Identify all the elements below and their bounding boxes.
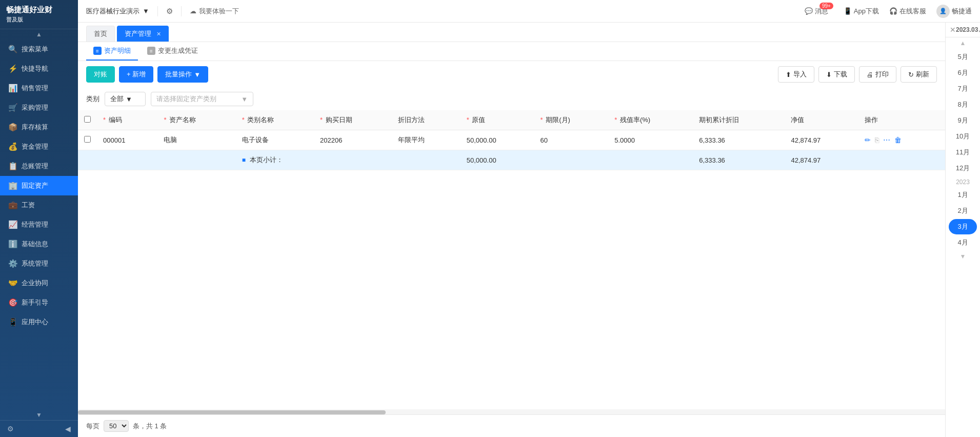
sidebar-item-label: 快捷导航 (22, 64, 48, 73)
cal-year-2023: 2023 (956, 176, 970, 187)
settings-icon[interactable]: ⚙ (7, 425, 14, 433)
category-type-select[interactable]: 请选择固定资产类别 ▼ (151, 92, 253, 106)
batch-label: 批量操作 (165, 70, 192, 79)
collapse-sidebar-icon[interactable]: ◀ (65, 425, 71, 433)
tab-asset-mgmt[interactable]: 资产管理 ✕ (117, 26, 169, 42)
sidebar-item-operations[interactable]: 📈 经营管理 (0, 215, 78, 234)
cal-month-3[interactable]: 3月 (949, 219, 977, 234)
fixed-assets-icon: 🏢 (8, 181, 17, 190)
sidebar-item-label: 库存核算 (22, 123, 48, 132)
reconcile-button[interactable]: 对账 (86, 66, 115, 83)
sub-tab-asset-detail[interactable]: ≡ 资产明细 (86, 42, 138, 61)
cal-month-12[interactable]: 12月 (949, 161, 977, 176)
category-filter-label: 类别 (86, 94, 99, 104)
cal-month-1[interactable]: 1月 (949, 187, 977, 203)
edit-icon[interactable]: ✏ (865, 136, 871, 144)
sidebar-item-label: 企业协同 (22, 279, 48, 288)
panel-close-icon[interactable]: ✕ (950, 26, 956, 34)
sidebar-item-guide[interactable]: 🎯 新手引导 (0, 293, 78, 312)
tab-home[interactable]: 首页 (86, 26, 115, 42)
scrollbar-thumb[interactable] (78, 410, 386, 414)
th-period: * 期限(月) (534, 110, 609, 130)
sidebar-item-system[interactable]: ⚙️ 系统管理 (0, 254, 78, 273)
row-depreciation-method: 年限平均 (392, 130, 461, 150)
download-button[interactable]: ⬇ 下载 (818, 66, 855, 83)
search-icon: 🔍 (8, 45, 17, 54)
sidebar-item-basic-info[interactable]: ℹ️ 基础信息 (0, 234, 78, 254)
calendar-down-arrow[interactable]: ▼ (960, 251, 966, 262)
cal-month-4[interactable]: 4月 (949, 235, 977, 250)
sidebar-item-fixed-assets[interactable]: 🏢 固定资产 (0, 176, 78, 195)
sidebar-item-enterprise[interactable]: 🤝 企业协同 (0, 273, 78, 293)
sidebar-scroll-down[interactable]: ▼ (0, 410, 78, 420)
row-accumulated-depreciation: 6,333.36 (693, 130, 785, 150)
sidebar-item-inventory[interactable]: 📦 库存核算 (0, 117, 78, 137)
sub-tab-change-voucher-label: 变更生成凭证 (158, 46, 198, 55)
reconcile-label: 对账 (94, 70, 107, 79)
ledger-icon: 📋 (8, 162, 17, 171)
copy-icon[interactable]: ⎘ (875, 136, 879, 144)
topbar-right: 💬 消息 99+ 📱 App下载 🎧 在线客服 👤 畅捷通 (805, 5, 972, 18)
message-button[interactable]: 💬 消息 99+ (805, 7, 828, 16)
batch-arrow-icon: ▼ (194, 71, 201, 78)
per-page-select[interactable]: 50 (104, 420, 129, 432)
online-service-button[interactable]: 🎧 在线客服 (889, 7, 926, 16)
pagination: 每页 50 条，共 1 条 (78, 414, 945, 437)
online-service-label: 在线客服 (899, 7, 926, 16)
sidebar-item-label: 工资 (22, 201, 35, 210)
topbar-gear-icon[interactable]: ⚙ (166, 7, 173, 16)
cal-month-9[interactable]: 9月 (949, 113, 977, 128)
panel-expand-icon[interactable]: ⤢ (978, 26, 980, 34)
sidebar-item-sales[interactable]: 📊 销售管理 (0, 78, 78, 98)
import-button[interactable]: ⬆ 导入 (778, 66, 814, 83)
sidebar-item-label: 经营管理 (22, 220, 48, 229)
cal-month-11[interactable]: 11月 (949, 145, 977, 160)
subtotal-label: ■ 本页小计： (236, 150, 392, 170)
cal-month-2[interactable]: 2月 (949, 203, 977, 218)
sidebar-item-label: 总账管理 (22, 162, 48, 171)
cal-month-5[interactable]: 5月 (949, 49, 977, 65)
sidebar-item-label: 采购管理 (22, 103, 48, 112)
import-label: 导入 (793, 70, 807, 79)
sidebar-item-quick-nav[interactable]: ⚡ 快捷导航 (0, 59, 78, 78)
category-filter-arrow: ▼ (126, 95, 132, 103)
download-icon: ⬇ (826, 71, 832, 78)
delete-icon[interactable]: 🗑 (894, 136, 902, 144)
calendar-up-arrow[interactable]: ▲ (960, 37, 966, 49)
sidebar-item-label: 新手引导 (22, 298, 48, 307)
more-icon[interactable]: ⋯ (883, 136, 890, 144)
refresh-button[interactable]: ↻ 刷新 (901, 66, 937, 83)
sidebar-item-purchase[interactable]: 🛒 采购管理 (0, 98, 78, 117)
subtotal-accumulated: 6,333.36 (693, 150, 785, 170)
sidebar-item-search[interactable]: 🔍 搜索菜单 (0, 39, 78, 59)
assets-table: * 编码 * 资产名称 * 类别名称 (78, 110, 945, 170)
cal-month-8[interactable]: 8月 (949, 97, 977, 112)
sidebar-scroll-up[interactable]: ▲ (0, 29, 78, 39)
row-checkbox[interactable] (84, 136, 91, 143)
experience-button[interactable]: ☁ 我要体验一下 (190, 7, 239, 16)
cal-month-7[interactable]: 7月 (949, 81, 977, 96)
sidebar-item-capital[interactable]: 💰 资金管理 (0, 137, 78, 156)
cal-month-6[interactable]: 6月 (949, 65, 977, 81)
batch-button[interactable]: 批量操作 ▼ (157, 66, 208, 83)
sidebar-item-app-center[interactable]: 📱 应用中心 (0, 312, 78, 332)
row-name: 电脑 (157, 130, 235, 150)
sidebar-item-ledger[interactable]: 📋 总账管理 (0, 156, 78, 176)
horizontal-scrollbar[interactable] (78, 409, 945, 414)
row-checkbox-cell (78, 130, 97, 150)
user-menu[interactable]: 👤 畅捷通 (936, 5, 972, 18)
select-all-checkbox[interactable] (84, 116, 91, 123)
company-selector[interactable]: 医疗器械行业演示 ▼ (86, 7, 149, 16)
cal-month-10[interactable]: 10月 (949, 129, 977, 144)
sidebar-item-label: 基础信息 (22, 240, 48, 249)
sidebar-item-label: 固定资产 (22, 181, 48, 190)
category-filter-select[interactable]: 全部 ▼ (105, 92, 146, 106)
sub-tab-change-voucher[interactable]: ≡ 变更生成凭证 (140, 42, 205, 61)
new-button[interactable]: + 新增 (119, 66, 153, 83)
sidebar-item-payroll[interactable]: 💼 工资 (0, 195, 78, 215)
app-download-button[interactable]: 📱 App下载 (844, 7, 879, 16)
tab-close-icon[interactable]: ✕ (156, 31, 161, 37)
print-button[interactable]: 🖨 打印 (859, 66, 896, 83)
per-page-label: 每页 (86, 422, 99, 431)
subtotal-empty1 (78, 150, 97, 170)
